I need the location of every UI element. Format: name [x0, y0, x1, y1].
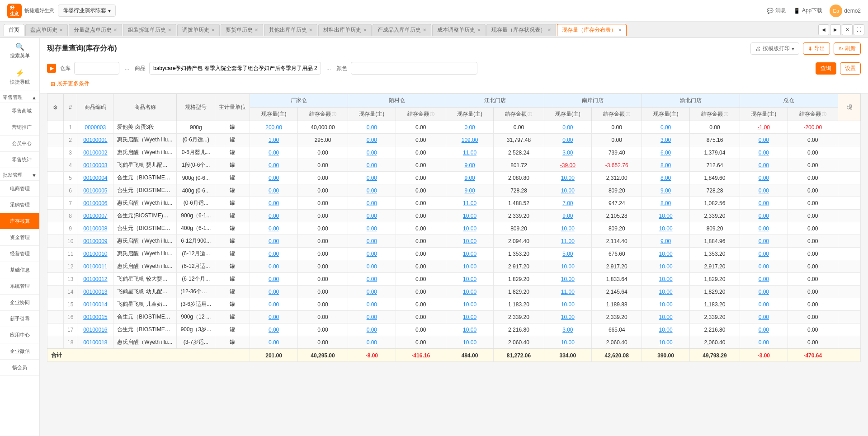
tab-stock-dist[interactable]: 现存量（库存分布表） ✕ [557, 24, 627, 36]
tab-next-btn[interactable]: ▶ [830, 24, 841, 35]
sidebar-item-inventory[interactable]: 库存核算 [0, 213, 39, 230]
tab-expand-btn[interactable]: ⛶ [854, 24, 864, 35]
table-row: 2 00100001 惠氏启醒（Wyeth illu... (0-6月适...)… [47, 134, 861, 146]
close-icon[interactable]: ✕ [477, 28, 481, 33]
td-code[interactable]: 00100004 [77, 172, 113, 184]
sidebar-group-retail[interactable]: 零售管理 ▲ [0, 90, 39, 103]
tab-transfer[interactable]: 调拨单历史 ✕ [177, 24, 220, 36]
tab-stock-status[interactable]: 现存量（库存状况表） ✕ [486, 24, 556, 36]
td-code[interactable]: 00100010 [77, 248, 113, 260]
tab-product-in[interactable]: 产成品入库单历史 ✕ [373, 24, 431, 36]
close-icon[interactable]: ✕ [423, 28, 426, 33]
close-icon[interactable]: ✕ [168, 28, 171, 33]
sidebar-item-member[interactable]: 会员中心 [0, 136, 39, 152]
sidebar-item-ecom[interactable]: 电商管理 [0, 181, 39, 197]
td-code[interactable]: 00100015 [77, 311, 113, 323]
query-btn[interactable]: 查询 [816, 62, 836, 75]
sidebar-group-wholesale[interactable]: 批发管理 ▼ [0, 168, 39, 181]
th-settings[interactable]: ⚙ [47, 94, 64, 121]
td-code[interactable]: 00100011 [77, 260, 113, 273]
td-code[interactable]: 00100013 [77, 286, 113, 298]
sidebar-item-system[interactable]: 系统管理 [0, 278, 39, 295]
tab-inventory-check[interactable]: 盘点单历史 ✕ [25, 24, 68, 36]
td-c2-qty: 0.00 [348, 222, 396, 235]
tab-material-out[interactable]: 材料出库单历史 ✕ [318, 24, 372, 36]
close-icon[interactable]: ✕ [59, 28, 63, 33]
tab-close-btn[interactable]: ✕ [842, 24, 853, 35]
table-row: 13 00100012 飞鹤星飞帆 较大婴儿配... (6-12个月... 罐 … [47, 273, 861, 286]
close-icon[interactable]: ✕ [309, 28, 312, 33]
td-code[interactable]: 00100002 [77, 146, 113, 159]
close-icon[interactable]: ✕ [255, 28, 258, 33]
sidebar-item-shop[interactable]: 零售商城 [0, 103, 39, 119]
td-c3-qty: 10.00 [446, 273, 493, 286]
filter-toggle[interactable]: ▶ [47, 64, 56, 73]
tab-assemble[interactable]: 组装拆卸单历史 ✕ [123, 24, 176, 36]
info-icon[interactable]: ⓘ [430, 112, 434, 117]
td-code[interactable]: 00100018 [77, 336, 113, 349]
td-code[interactable]: 00100007 [77, 210, 113, 222]
sidebar-item-wecom[interactable]: 企业微信 [0, 343, 39, 360]
td-code[interactable]: 00100003 [77, 159, 113, 172]
td-c3-qty: 10.00 [446, 222, 493, 235]
td-code[interactable]: 00100001 [77, 134, 113, 146]
sidebar-item-search[interactable]: 🔍 搜索英单 [0, 38, 39, 64]
warehouse-ellipsis[interactable]: ... [123, 65, 131, 71]
close-icon[interactable]: ✕ [618, 28, 622, 33]
info-icon[interactable]: ⓘ [332, 112, 336, 117]
info-icon[interactable]: ⓘ [626, 112, 630, 117]
info-icon[interactable]: ⓘ [528, 112, 532, 117]
tab-other-out[interactable]: 其他出库单历史 ✕ [264, 24, 317, 36]
export-btn[interactable]: ⬇ 导出 [803, 42, 830, 55]
color-input[interactable] [351, 62, 477, 75]
td-spec: (6-12月适... [177, 260, 215, 273]
td-code[interactable]: 00100016 [77, 323, 113, 336]
user-area[interactable]: Ea demo2 [830, 5, 861, 17]
app-download-btn[interactable]: 📱 App下载 [793, 7, 822, 14]
td-code[interactable]: 00100009 [77, 235, 113, 248]
settings-btn[interactable]: 设置 [840, 62, 861, 75]
sidebar-item-retail-stats[interactable]: 零售统计 [0, 152, 39, 168]
goods-input[interactable] [149, 62, 321, 75]
td-code[interactable]: 0000003 [77, 121, 113, 134]
info-icon[interactable]: ⓘ [724, 112, 728, 117]
td-code[interactable]: 00100008 [77, 222, 113, 235]
td-t-qty: 0.00 [740, 134, 788, 146]
close-icon[interactable]: ✕ [211, 28, 215, 33]
sidebar-item-base[interactable]: 基础信息 [0, 262, 39, 278]
close-icon[interactable]: ✕ [547, 28, 551, 33]
tab-cost-adjust[interactable]: 成本调整单历史 ✕ [432, 24, 486, 36]
sidebar-item-guide[interactable]: 新手引导 [0, 311, 39, 327]
sidebar-item-operations[interactable]: 经营管理 [0, 246, 39, 262]
td-c3-qty: 0.00 [446, 121, 493, 134]
sidebar-item-quicknav[interactable]: ⚡ 快捷导航 [0, 64, 39, 90]
sidebar-item-marketing[interactable]: 营销推广 [0, 119, 39, 136]
goods-ellipsis[interactable]: ... [325, 65, 333, 71]
warehouse-input[interactable] [74, 62, 119, 75]
tab-prev-btn[interactable]: ◀ [818, 24, 829, 35]
tab-nav: ◀ ▶ ✕ ⛶ [818, 24, 864, 35]
td-code[interactable]: 00100012 [77, 273, 113, 286]
industry-selector[interactable]: 母婴行业演示陈套 ▾ [58, 5, 116, 17]
td-code[interactable]: 00100006 [77, 197, 113, 210]
sidebar-item-collab[interactable]: 企业协同 [0, 295, 39, 311]
td-code[interactable]: 00100005 [77, 184, 113, 197]
tab-order[interactable]: 要货单历史 ✕ [221, 24, 263, 36]
refresh-btn[interactable]: ↻ 刷新 [834, 42, 861, 55]
close-icon[interactable]: ✕ [363, 28, 367, 33]
info-icon[interactable]: ⓘ [822, 112, 826, 117]
tab-sub-inventory[interactable]: 分量盘点单历史 ✕ [69, 24, 122, 36]
message-btn[interactable]: 💬 消息 [767, 7, 786, 14]
expand-conditions-btn[interactable]: ⊞ 展开更多条件 [47, 78, 861, 89]
tab-home[interactable]: 首页 [4, 24, 24, 36]
sidebar-item-finance[interactable]: 资金管理 [0, 230, 39, 246]
td-code[interactable]: 00100014 [77, 298, 113, 311]
logo-icon: 好生意 [7, 4, 22, 18]
td-c5-qty: 8.00 [642, 159, 689, 172]
close-icon[interactable]: ✕ [113, 28, 117, 33]
td-unit: 罐 [215, 172, 250, 184]
sidebar-item-purchase[interactable]: 采购管理 [0, 197, 39, 213]
sidebar-item-appcenter[interactable]: 应用中心 [0, 327, 39, 343]
print-btn[interactable]: 🖨 按模版打印 ▾ [750, 42, 799, 55]
sidebar-item-member2[interactable]: 畅会员 [0, 360, 39, 376]
